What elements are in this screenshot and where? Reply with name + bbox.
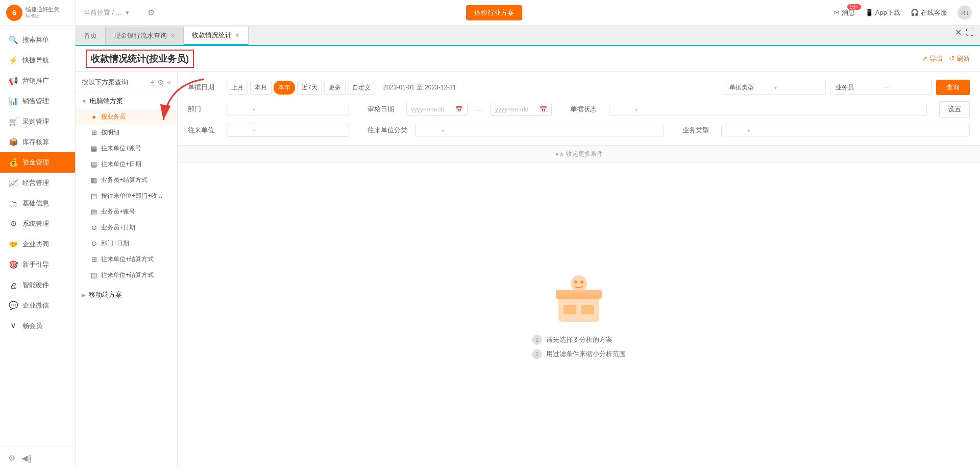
sidebar-item-basic[interactable]: 🗂 基础信息 bbox=[0, 193, 75, 214]
mobile-scheme-group-title: 移动端方案 bbox=[89, 290, 122, 299]
scheme-item-by-detail[interactable]: ⊞ 按明细 bbox=[76, 125, 177, 140]
partner-settlement2-icon: ▤ bbox=[90, 271, 98, 279]
page-title: 收款情况统计(按业务员) bbox=[86, 50, 194, 68]
sidebar-item-wechat[interactable]: 💬 企业微信 bbox=[0, 295, 75, 316]
tab-bank-flow[interactable]: 现金银行流水查询 ✕ bbox=[106, 27, 184, 45]
sidebar-item-finance[interactable]: 💰 资金管理 bbox=[0, 152, 75, 173]
scheme-item-dept-date[interactable]: ⊙ 部门+日期 bbox=[76, 236, 177, 251]
collapse-panel-button[interactable]: « bbox=[167, 78, 171, 86]
document-type-select[interactable]: 单据类型 ▾ bbox=[724, 80, 826, 95]
trial-button[interactable]: 体验行业方案 bbox=[466, 5, 522, 20]
partner-select[interactable]: ··· bbox=[227, 124, 349, 137]
sidebar-item-search[interactable]: 🔍 搜索菜单 bbox=[0, 30, 75, 50]
mobile-expand-arrow-icon: ▶ bbox=[82, 292, 86, 298]
scheme-item-partner-dept-collect[interactable]: ▤ 按往来单位+部门+收... bbox=[76, 188, 177, 204]
tab-collection-stats-close-icon[interactable]: ✕ bbox=[235, 32, 240, 39]
maximize-button[interactable]: ⛶ bbox=[966, 28, 974, 37]
partner-category-label: 往来单位分类 bbox=[368, 126, 407, 135]
left-panel-actions: + ⚙ « bbox=[150, 78, 171, 86]
sidebar-item-system[interactable]: ⚙ 系统管理 bbox=[0, 214, 75, 234]
scheme-item-label: 按业务员 bbox=[101, 112, 126, 121]
sidebar-item-purchase[interactable]: 🛒 采购管理 bbox=[0, 111, 75, 132]
scheme-item-by-salesperson[interactable]: ● 按业务员 bbox=[76, 109, 177, 125]
sidebar-item-label: 快捷导航 bbox=[22, 56, 49, 65]
svg-rect-5 bbox=[564, 305, 576, 314]
sidebar-item-label: 采购管理 bbox=[22, 117, 49, 126]
scheme-item-label: 业务员+结算方式 bbox=[101, 176, 148, 184]
scheme-item-partner-settlement2[interactable]: ▤ 往来单位+结算方式 bbox=[76, 267, 177, 283]
system-icon: ⚙ bbox=[8, 219, 18, 229]
sidebar-item-label: 库存核算 bbox=[22, 137, 49, 147]
query-button[interactable]: 查询 bbox=[936, 80, 970, 95]
sidebar-item-label: 搜索菜单 bbox=[22, 35, 49, 44]
tab-home-label: 首页 bbox=[84, 31, 97, 40]
tab-home[interactable]: 首页 bbox=[76, 27, 106, 45]
logo-badge: 标准版 bbox=[26, 13, 59, 19]
enterprise-icon: 🤝 bbox=[8, 239, 18, 249]
sidebar-item-inventory[interactable]: 📦 库存核算 bbox=[0, 132, 75, 152]
calendar-start-icon[interactable]: 📅 bbox=[455, 106, 463, 113]
sidebar-item-member[interactable]: V 畅会员 bbox=[0, 316, 75, 336]
scheme-item-partner-settlement[interactable]: ⊞ 往来单位+结算方式 bbox=[76, 251, 177, 267]
breadcrumb-dropdown-icon[interactable]: ▾ bbox=[126, 9, 129, 16]
marketing-icon: 📢 bbox=[8, 76, 18, 86]
refresh-button[interactable]: ↺ 刷新 bbox=[949, 54, 970, 63]
collapse-filter-bar[interactable]: ∧∧ 收起更多条件 bbox=[178, 146, 980, 163]
purchase-icon: 🛒 bbox=[8, 116, 18, 127]
empty-steps: 1 请先选择要分析的方案 2 用过滤条件来缩小分析范围 bbox=[532, 335, 626, 359]
export-button[interactable]: ↗ 导出 bbox=[922, 54, 943, 63]
sidebar-item-enterprise[interactable]: 🤝 企业协同 bbox=[0, 234, 75, 254]
step-1-number: 1 bbox=[532, 335, 542, 345]
doc-status-select[interactable]: ▾ bbox=[609, 104, 927, 115]
scheme-item-salesperson-account[interactable]: ▤ 业务员+账号 bbox=[76, 204, 177, 220]
last-month-btn[interactable]: 上月 bbox=[227, 81, 248, 95]
message-button[interactable]: ✉ 消息 99+ bbox=[834, 8, 855, 17]
operation-icon: 📈 bbox=[8, 178, 18, 188]
add-scheme-button[interactable]: + bbox=[150, 78, 154, 86]
sidebar-item-sales[interactable]: 📊 销售管理 bbox=[0, 91, 75, 111]
scheme-item-partner-account[interactable]: ▤ 往来单位+账号 bbox=[76, 140, 177, 156]
calendar-end-icon[interactable]: 📅 bbox=[540, 106, 547, 113]
filter-row-3: 往来单位 ··· 往来单位分类 ▾ 业务类型 ▾ bbox=[188, 124, 970, 137]
header-gear-icon[interactable]: ⚙ bbox=[148, 8, 155, 17]
review-date-end-input[interactable]: yyyy-mm-dd 📅 bbox=[491, 103, 552, 116]
header-left: 当前位置 / ... ▾ ⚙ bbox=[84, 8, 155, 17]
business-type-select[interactable]: ▾ bbox=[721, 125, 970, 136]
sidebar-item-operation[interactable]: 📈 经营管理 bbox=[0, 173, 75, 193]
desktop-scheme-group-header[interactable]: ▼ 电脑端方案 bbox=[76, 93, 177, 109]
app-download-button[interactable]: 📱 App下载 bbox=[865, 8, 900, 17]
this-month-btn[interactable]: 本月 bbox=[250, 81, 272, 95]
more-date-btn[interactable]: 更多 bbox=[324, 81, 346, 95]
user-avatar[interactable]: Rit bbox=[958, 6, 972, 20]
settings-button[interactable]: 设置 bbox=[939, 101, 970, 118]
dept-arrow-icon: ▾ bbox=[253, 107, 255, 112]
scheme-item-label: 按明细 bbox=[101, 128, 119, 137]
scheme-item-partner-date[interactable]: ▤ 往来单位+日期 bbox=[76, 156, 177, 172]
this-year-btn[interactable]: 本年 bbox=[274, 81, 295, 95]
sidebar-item-quick-nav[interactable]: ⚡ 快捷导航 bbox=[0, 50, 75, 71]
scheme-settings-button[interactable]: ⚙ bbox=[157, 78, 164, 86]
breadcrumb: 当前位置 / ... bbox=[84, 8, 121, 17]
tab-collection-stats[interactable]: 收款情况统计 ✕ bbox=[184, 27, 249, 45]
collapse-sidebar-icon[interactable]: ◀‖ bbox=[21, 453, 32, 463]
tab-bank-flow-close-icon[interactable]: ✕ bbox=[170, 32, 175, 39]
review-date-start-input[interactable]: yyyy-mm-dd 📅 bbox=[406, 103, 468, 116]
collapse-up-icon: ∧∧ bbox=[555, 151, 564, 158]
dept-select[interactable]: ▾ bbox=[227, 104, 349, 115]
scheme-item-salesperson-settlement[interactable]: ▦ 业务员+结算方式 bbox=[76, 172, 177, 188]
sidebar-item-guide[interactable]: 🎯 新手引导 bbox=[0, 254, 75, 275]
sidebar-item-hardware[interactable]: 🖨 智能硬件 bbox=[0, 275, 75, 295]
partner-category-select[interactable]: ▾ bbox=[415, 125, 664, 136]
sidebar-item-label: 企业微信 bbox=[22, 301, 49, 310]
settings-icon[interactable]: ⚙ bbox=[8, 453, 15, 463]
detail-scheme-icon: ⊞ bbox=[90, 129, 98, 136]
last-7-days-btn[interactable]: 近7天 bbox=[297, 81, 322, 95]
customer-service-button[interactable]: 🎧 在线客服 bbox=[911, 8, 947, 17]
app-icon: 📱 bbox=[865, 9, 873, 16]
salesperson-select[interactable]: 业务员 ··· bbox=[830, 80, 932, 95]
close-all-tabs-button[interactable]: ✕ bbox=[955, 28, 962, 37]
custom-date-btn[interactable]: 自定义 bbox=[348, 81, 375, 95]
scheme-item-salesperson-date[interactable]: ⊙ 业务员+日期 bbox=[76, 220, 177, 236]
mobile-scheme-group-header[interactable]: ▶ 移动端方案 bbox=[76, 287, 177, 302]
sidebar-item-marketing[interactable]: 📢 营销推广 bbox=[0, 71, 75, 91]
